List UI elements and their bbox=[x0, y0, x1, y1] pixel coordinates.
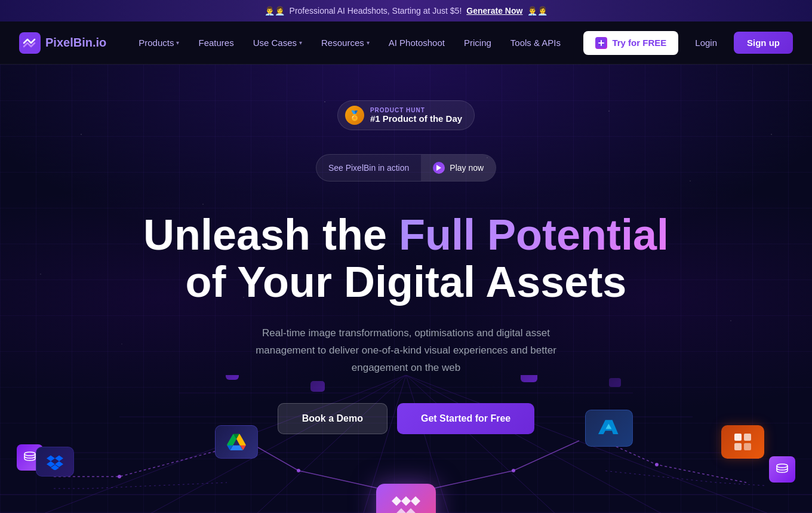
play-icon bbox=[433, 162, 445, 174]
svg-line-7 bbox=[406, 375, 573, 513]
svg-line-3 bbox=[119, 375, 406, 513]
nav-links: Products ▾ Features Use Cases ▾ Resource… bbox=[130, 33, 583, 53]
nav-item-tools-apis[interactable]: Tools & APIs bbox=[502, 33, 569, 53]
announcement-emoji-left: 👨‍💼👩‍💼 bbox=[264, 6, 285, 16]
svg-point-16 bbox=[118, 475, 121, 478]
node-gdrive bbox=[215, 425, 258, 459]
announcement-cta[interactable]: Generate Now bbox=[466, 6, 522, 16]
chevron-down-icon: ▾ bbox=[367, 39, 370, 46]
svg-rect-25 bbox=[744, 443, 751, 450]
node-db-left bbox=[17, 444, 43, 471]
svg-line-5 bbox=[358, 375, 406, 513]
get-started-button[interactable]: Get Started for Free bbox=[397, 403, 534, 434]
hero-illustration bbox=[0, 375, 812, 513]
svg-line-9 bbox=[406, 375, 812, 513]
logo-text: PixelBin.io bbox=[45, 36, 106, 50]
video-pill[interactable]: See PixelBin in action Play now bbox=[316, 154, 496, 182]
svg-rect-0 bbox=[19, 32, 41, 54]
nav-item-use-cases[interactable]: Use Cases ▾ bbox=[245, 33, 310, 53]
try-free-icon bbox=[595, 37, 607, 49]
video-pill-left-text: See PixelBin in action bbox=[316, 156, 421, 180]
svg-point-17 bbox=[297, 469, 300, 472]
announcement-text: Professional AI Headshots, Starting at J… bbox=[290, 6, 462, 16]
nav-item-ai-photoshoot[interactable]: AI Photoshoot bbox=[380, 33, 453, 53]
announcement-bar: 👨‍💼👩‍💼 Professional AI Headshots, Starti… bbox=[0, 0, 812, 21]
deco-box-3 bbox=[310, 381, 325, 392]
navbar: PixelBin.io Products ▾ Features Use Case… bbox=[0, 21, 812, 64]
svg-line-4 bbox=[239, 375, 406, 513]
node-db-right bbox=[769, 456, 795, 483]
node-center-hub bbox=[376, 484, 436, 513]
node-connector-tr bbox=[721, 425, 764, 459]
nav-actions: Try for FREE Login Sign up bbox=[583, 31, 793, 55]
book-demo-button[interactable]: Book a Demo bbox=[278, 403, 387, 434]
svg-line-8 bbox=[406, 375, 693, 513]
chevron-down-icon: ▾ bbox=[299, 39, 302, 46]
badge-medal-icon: 🏅 bbox=[345, 106, 364, 125]
hero-title: Unleash the Full Potential of Your Digit… bbox=[143, 211, 669, 306]
hero-buttons: Book a Demo Get Started for Free bbox=[278, 403, 535, 434]
svg-point-18 bbox=[512, 469, 515, 472]
chevron-down-icon: ▾ bbox=[176, 39, 179, 46]
logo-icon bbox=[19, 32, 41, 54]
nav-item-products[interactable]: Products ▾ bbox=[130, 33, 187, 53]
video-pill-play[interactable]: Play now bbox=[421, 155, 496, 181]
nav-item-resources[interactable]: Resources ▾ bbox=[313, 33, 378, 53]
product-hunt-badge: 🏅 PRODUCT HUNT #1 Product of the Day bbox=[337, 100, 475, 130]
hero-subtitle: Real-time image transformations, optimis… bbox=[233, 325, 579, 377]
try-free-button[interactable]: Try for FREE bbox=[583, 31, 678, 55]
login-button[interactable]: Login bbox=[685, 32, 727, 54]
svg-point-19 bbox=[655, 463, 659, 466]
svg-line-2 bbox=[0, 375, 406, 513]
svg-line-6 bbox=[406, 375, 454, 513]
svg-point-21 bbox=[777, 464, 788, 468]
nav-item-pricing[interactable]: Pricing bbox=[456, 33, 500, 53]
announcement-emoji-right: 👨‍💼👩‍💼 bbox=[527, 6, 548, 16]
node-dropbox bbox=[36, 447, 74, 477]
nav-item-features[interactable]: Features bbox=[190, 33, 242, 53]
svg-rect-22 bbox=[734, 434, 742, 441]
badge-text: PRODUCT HUNT #1 Product of the Day bbox=[370, 107, 462, 124]
svg-point-20 bbox=[24, 452, 35, 456]
svg-rect-24 bbox=[734, 443, 742, 450]
signup-button[interactable]: Sign up bbox=[734, 32, 793, 54]
hero-section: 🏅 PRODUCT HUNT #1 Product of the Day See… bbox=[0, 64, 812, 513]
connector-lines-svg bbox=[0, 375, 812, 513]
node-azure bbox=[585, 410, 633, 447]
deco-box-4 bbox=[609, 378, 621, 387]
logo[interactable]: PixelBin.io bbox=[19, 32, 106, 54]
svg-rect-23 bbox=[744, 434, 751, 441]
